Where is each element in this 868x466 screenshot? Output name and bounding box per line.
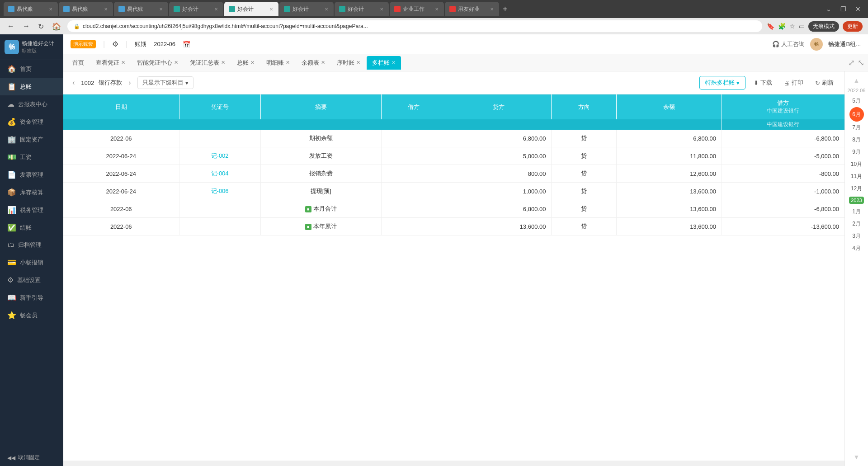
sidebar-item-cloud-report[interactable]: ☁ 云报表中心 bbox=[0, 95, 63, 113]
timeline-month-10[interactable]: 10月 bbox=[848, 158, 865, 170]
timeline-month-apr[interactable]: 4月 bbox=[848, 242, 865, 254]
timeline-month-9[interactable]: 9月 bbox=[848, 146, 865, 158]
tab-general-ledger-close[interactable]: ✕ bbox=[250, 60, 255, 66]
minimize-button[interactable]: ⌄ bbox=[822, 4, 835, 14]
tab-close-1[interactable]: ✕ bbox=[48, 6, 53, 13]
forward-button[interactable]: → bbox=[21, 20, 32, 32]
tab-balance-close[interactable]: ✕ bbox=[321, 60, 325, 66]
tab-close-6[interactable]: ✕ bbox=[324, 6, 329, 13]
tab-general-ledger[interactable]: 总账 ✕ bbox=[231, 56, 260, 70]
tab-view-voucher[interactable]: 查看凭证 ✕ bbox=[90, 56, 131, 70]
back-button[interactable]: ← bbox=[5, 20, 16, 32]
timeline-month-12[interactable]: 12月 bbox=[848, 183, 865, 195]
timeline-month-mar[interactable]: 3月 bbox=[848, 230, 865, 242]
sidebar-item-assets[interactable]: 🏢 固定资产 bbox=[0, 131, 63, 148]
timeline-month-jan[interactable]: 1月 bbox=[848, 206, 865, 218]
ledger-icon: 📋 bbox=[7, 82, 16, 91]
tab-multi-column-close[interactable]: ✕ bbox=[392, 60, 396, 66]
tab-detail-ledger[interactable]: 明细账 ✕ bbox=[261, 56, 295, 70]
browser-tab-2[interactable]: 易代账 ✕ bbox=[59, 2, 113, 16]
table-cell[interactable]: 记-006 bbox=[179, 183, 260, 200]
close-button[interactable]: ✕ bbox=[852, 4, 864, 14]
print-button[interactable]: 🖨 打印 bbox=[780, 76, 807, 89]
special-multi-column-button[interactable]: 特殊多栏账 ▾ bbox=[699, 76, 745, 89]
sidebar-item-home[interactable]: 🏠 首页 bbox=[0, 60, 63, 78]
home-button[interactable]: 🏠 bbox=[50, 20, 63, 33]
settings-gear-icon[interactable]: ⚙ bbox=[112, 40, 118, 48]
sidebar-item-membership[interactable]: ⭐ 畅会员 bbox=[0, 306, 63, 324]
table-cell[interactable]: 记-002 bbox=[179, 147, 260, 165]
table-cell[interactable] bbox=[179, 200, 260, 218]
sidebar-item-fund[interactable]: 💰 资金管理 bbox=[0, 113, 63, 131]
expand-panel-button[interactable]: ⤡ bbox=[858, 58, 864, 68]
new-tab-button[interactable]: + bbox=[500, 5, 510, 14]
timeline-down-button[interactable]: ▼ bbox=[852, 452, 862, 462]
tab-home[interactable]: 首页 bbox=[67, 56, 90, 70]
star-icon[interactable]: ☆ bbox=[789, 23, 795, 30]
timeline-month-6[interactable]: 6月 bbox=[849, 107, 864, 122]
timeline-month-7[interactable]: 7月 bbox=[848, 122, 865, 134]
sidebar-item-tax[interactable]: 📊 税务管理 bbox=[0, 201, 63, 219]
sidebar-item-close-books[interactable]: ✅ 结账 bbox=[0, 219, 63, 236]
next-account-button[interactable]: › bbox=[127, 77, 132, 89]
tab-smart-voucher-close[interactable]: ✕ bbox=[174, 60, 178, 66]
browser-tab-6[interactable]: 好会计 ✕ bbox=[279, 2, 334, 16]
download-button[interactable]: ⬇ 下载 bbox=[750, 76, 776, 89]
sidebar-item-expense[interactable]: 💳 小畅报销 bbox=[0, 254, 63, 271]
collapse-panel-button[interactable]: ⤢ bbox=[848, 58, 855, 68]
browser-tab-4[interactable]: 好会计 ✕ bbox=[169, 2, 223, 16]
tab-journal[interactable]: 序时账 ✕ bbox=[331, 56, 366, 70]
sidebar-item-settings[interactable]: ⚙ 基础设置 bbox=[0, 271, 63, 289]
table-cell[interactable]: 记-004 bbox=[179, 165, 260, 183]
sidebar-pin-button[interactable]: ◀◀ 取消固定 bbox=[0, 449, 63, 466]
timeline-month-5[interactable]: 5月 bbox=[848, 95, 865, 107]
timeline-month-feb[interactable]: 2月 bbox=[848, 218, 865, 230]
browser-tab-3[interactable]: 易代账 ✕ bbox=[114, 2, 168, 16]
tab-view-voucher-close[interactable]: ✕ bbox=[121, 60, 125, 66]
refresh-button[interactable]: ↻ 刷新 bbox=[811, 76, 837, 89]
tab-multi-column[interactable]: 多栏账 ✕ bbox=[367, 56, 401, 70]
sidebar-item-payroll[interactable]: 💵 工资 bbox=[0, 148, 63, 166]
update-button[interactable]: 更新 bbox=[843, 21, 863, 32]
sidebar-toggle-icon[interactable]: ▭ bbox=[799, 23, 805, 30]
tab-close-7[interactable]: ✕ bbox=[379, 6, 384, 13]
tab-close-2[interactable]: ✕ bbox=[103, 6, 108, 13]
horizontal-scrollbar[interactable] bbox=[63, 461, 844, 466]
tab-close-3[interactable]: ✕ bbox=[158, 6, 164, 13]
extensions-icon[interactable]: 🧩 bbox=[778, 23, 786, 30]
no-trace-button[interactable]: 无痕模式 bbox=[808, 21, 839, 32]
sub-account-filter-dropdown[interactable]: 只显示下级科目 ▾ bbox=[137, 76, 193, 89]
tab-close-4[interactable]: ✕ bbox=[213, 6, 219, 13]
browser-tab-9[interactable]: 用友好业 ✕ bbox=[445, 2, 499, 16]
browser-tab-1[interactable]: 易代账 ✕ bbox=[4, 2, 58, 16]
restore-button[interactable]: ❐ bbox=[837, 4, 850, 14]
tab-smart-voucher[interactable]: 智能凭证中心 ✕ bbox=[132, 56, 184, 70]
sidebar-item-inventory[interactable]: 📦 库存核算 bbox=[0, 184, 63, 201]
tab-voucher-summary-close[interactable]: ✕ bbox=[221, 60, 225, 66]
timeline-up-button[interactable]: ▲ bbox=[852, 75, 862, 86]
bookmark-icon[interactable]: 🔖 bbox=[767, 23, 774, 30]
tab-balance[interactable]: 余额表 ✕ bbox=[296, 56, 330, 70]
tab-close-9[interactable]: ✕ bbox=[489, 6, 495, 13]
tab-close-5[interactable]: ✕ bbox=[269, 6, 274, 13]
sidebar-item-ledger[interactable]: 📋 总账 bbox=[0, 78, 63, 95]
timeline-month-11[interactable]: 11月 bbox=[848, 170, 865, 183]
sidebar-item-archive[interactable]: 🗂 归档管理 bbox=[0, 236, 63, 254]
timeline-month-8[interactable]: 8月 bbox=[848, 134, 865, 146]
browser-tab-7[interactable]: 好会计 ✕ bbox=[335, 2, 389, 16]
tab-journal-close[interactable]: ✕ bbox=[356, 60, 360, 66]
table-cell[interactable] bbox=[179, 218, 260, 235]
sidebar-item-invoice[interactable]: 📄 发票管理 bbox=[0, 166, 63, 184]
refresh-button[interactable]: ↻ bbox=[36, 20, 46, 33]
tab-close-8[interactable]: ✕ bbox=[434, 6, 439, 13]
prev-account-button[interactable]: ‹ bbox=[71, 77, 76, 89]
table-cell[interactable] bbox=[179, 130, 260, 147]
browser-tab-5[interactable]: 好会计 ✕ bbox=[224, 2, 278, 16]
calendar-icon[interactable]: 📅 bbox=[183, 41, 190, 48]
tab-detail-ledger-close[interactable]: ✕ bbox=[286, 60, 290, 66]
browser-tab-8[interactable]: 企业工作 ✕ bbox=[390, 2, 444, 16]
url-input[interactable]: 🔒 cloud2.chanjet.com/accounting/uh26t264… bbox=[67, 20, 762, 32]
tab-voucher-summary[interactable]: 凭证汇总表 ✕ bbox=[184, 56, 231, 70]
consult-button[interactable]: 🎧 人工咨询 bbox=[772, 40, 805, 48]
sidebar-item-guide[interactable]: 📖 新手引导 bbox=[0, 289, 63, 306]
